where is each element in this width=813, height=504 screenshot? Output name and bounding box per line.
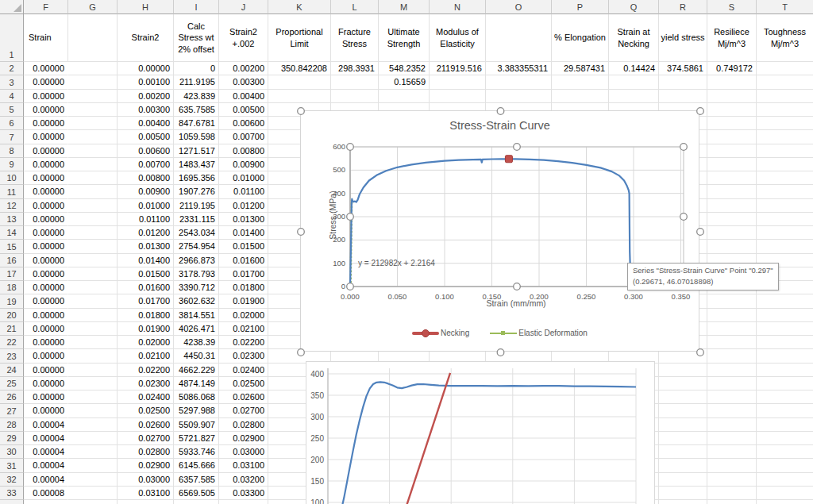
cell-H29[interactable]: 0.02700 (118, 432, 174, 445)
cell-F3[interactable]: 0.00000 (24, 75, 68, 89)
cell-T3[interactable] (757, 75, 813, 89)
cell-J8[interactable]: 0.00800 (219, 144, 268, 158)
cell-G9[interactable] (68, 158, 118, 171)
cell-S34[interactable] (707, 500, 757, 504)
cell-I5[interactable]: 635.7585 (174, 103, 219, 117)
cell-F34[interactable] (24, 500, 68, 504)
cell-H4[interactable]: 0.00200 (118, 90, 174, 103)
cell-R2[interactable]: 374.5861 (659, 62, 707, 75)
cell-H21[interactable]: 0.01900 (118, 322, 174, 336)
row-header-16[interactable]: 16 (0, 254, 24, 267)
cell-T5[interactable] (757, 103, 813, 117)
cell-I25[interactable]: 4874.149 (174, 377, 219, 391)
cell-H3[interactable]: 0.00100 (118, 75, 174, 89)
cell-H12[interactable]: 0.01000 (118, 199, 174, 213)
cell-H19[interactable]: 0.01700 (118, 294, 174, 308)
cell-G10[interactable] (68, 171, 118, 185)
trendline-equation[interactable]: y = 212982x + 2.2164 (358, 259, 435, 267)
cell-O2[interactable]: 3.383355311 (486, 62, 552, 75)
cell-S19[interactable] (707, 294, 757, 308)
cell-S3[interactable] (707, 75, 757, 89)
cell-I13[interactable]: 2331.115 (174, 213, 219, 226)
cell-J6[interactable]: 0.00600 (219, 117, 268, 130)
cell-G1[interactable] (68, 14, 118, 62)
cell-S8[interactable] (707, 144, 757, 158)
resize-handle-icon[interactable] (697, 108, 704, 115)
cell-H23[interactable]: 0.02100 (118, 349, 174, 363)
cell-F15[interactable]: 0.00000 (24, 240, 68, 253)
cell-G18[interactable] (68, 281, 118, 294)
cell-F4[interactable]: 0.00000 (24, 90, 68, 103)
cell-I8[interactable]: 1271.517 (174, 144, 219, 158)
cell-K3[interactable] (268, 75, 331, 89)
cell-G22[interactable] (68, 336, 118, 349)
cell-T34[interactable] (757, 500, 813, 504)
cell-T28[interactable] (757, 418, 813, 432)
row-header-17[interactable]: 17 (0, 267, 24, 281)
cell-J26[interactable]: 0.02600 (219, 391, 268, 404)
cell-R24[interactable] (659, 364, 707, 377)
cell-P3[interactable] (552, 75, 609, 89)
cell-T2[interactable] (757, 62, 813, 75)
cell-S7[interactable] (707, 130, 757, 144)
row-header-8[interactable]: 8 (0, 144, 24, 158)
cell-T26[interactable] (757, 391, 813, 404)
row-header-30[interactable]: 30 (0, 445, 24, 459)
row-header-6[interactable]: 6 (0, 117, 24, 130)
cell-T14[interactable] (757, 226, 813, 240)
cell-J3[interactable]: 0.00300 (219, 75, 268, 89)
cell-J24[interactable]: 0.02400 (219, 364, 268, 377)
cell-S27[interactable] (707, 404, 757, 417)
cell-G27[interactable] (68, 404, 118, 417)
cell-H1[interactable]: Strain2 (118, 14, 174, 62)
cell-S10[interactable] (707, 171, 757, 185)
cell-S9[interactable] (707, 158, 757, 171)
cell-J20[interactable]: 0.02000 (219, 309, 268, 322)
cell-I18[interactable]: 3390.712 (174, 281, 219, 294)
cell-F5[interactable]: 0.00000 (24, 103, 68, 117)
cell-T24[interactable] (757, 364, 813, 377)
cell-T25[interactable] (757, 377, 813, 391)
cell-J34[interactable] (219, 500, 268, 504)
cell-F28[interactable]: 0.00004 (24, 418, 68, 432)
cell-G6[interactable] (68, 117, 118, 130)
chart-legend[interactable]: Necking Elastic Deformation (301, 329, 699, 337)
cell-T10[interactable] (757, 171, 813, 185)
cell-Q3[interactable] (609, 75, 659, 89)
cell-I3[interactable]: 211.9195 (174, 75, 219, 89)
row-header-2[interactable]: 2 (0, 62, 24, 75)
cell-G23[interactable] (68, 349, 118, 363)
cell-J12[interactable]: 0.01200 (219, 199, 268, 213)
column-header-K[interactable]: K (268, 0, 331, 14)
select-all-button[interactable] (0, 0, 24, 14)
cell-J5[interactable]: 0.00500 (219, 103, 268, 117)
cell-F23[interactable]: 0.00000 (24, 349, 68, 363)
cell-G4[interactable] (68, 90, 118, 103)
cell-T21[interactable] (757, 322, 813, 336)
cell-S2[interactable]: 0.749172 (707, 62, 757, 75)
cell-I14[interactable]: 2543.034 (174, 226, 219, 240)
row-header-9[interactable]: 9 (0, 158, 24, 171)
cell-F24[interactable]: 0.00000 (24, 364, 68, 377)
cell-M3[interactable]: 0.15659 (379, 75, 430, 89)
cell-F20[interactable]: 0.00000 (24, 309, 68, 322)
resize-handle-icon[interactable] (497, 349, 504, 356)
selection-handles[interactable] (298, 108, 704, 356)
resize-handle-icon[interactable] (497, 108, 504, 115)
cell-T9[interactable] (757, 158, 813, 171)
cell-H15[interactable]: 0.01300 (118, 240, 174, 253)
cell-G24[interactable] (68, 364, 118, 377)
cell-G20[interactable] (68, 309, 118, 322)
row-header-20[interactable]: 20 (0, 309, 24, 322)
cell-T7[interactable] (757, 130, 813, 144)
cell-L1[interactable]: Fracture Stress (331, 14, 379, 62)
resize-handle-icon[interactable] (298, 229, 305, 236)
cell-S32[interactable] (707, 473, 757, 487)
cell-R26[interactable] (659, 391, 707, 404)
cell-R27[interactable] (659, 404, 707, 417)
row-header-7[interactable]: 7 (0, 130, 24, 144)
cell-F17[interactable]: 0.00000 (24, 267, 68, 281)
cell-R4[interactable] (659, 90, 707, 103)
column-header-P[interactable]: P (552, 0, 609, 14)
row-header-29[interactable]: 29 (0, 432, 24, 445)
